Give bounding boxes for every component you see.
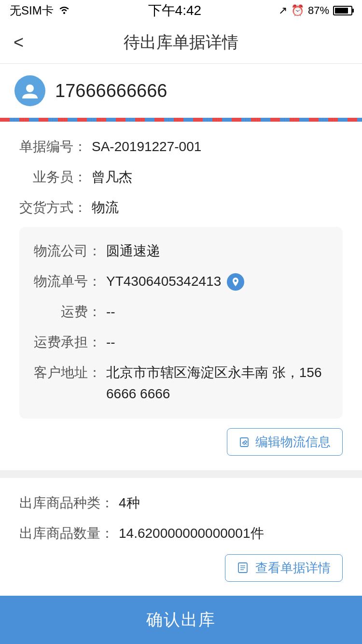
battery-icon [333, 6, 352, 15]
category-label: 出库商品种类： [19, 492, 114, 514]
salesman-row: 业务员： 曾凡杰 [19, 167, 343, 188]
edit-btn-row: 编辑物流信息 [19, 428, 343, 456]
stats-section: 出库商品种类： 4种 出库商品数量： 14.620000000000001件 查… [0, 478, 362, 596]
document-icon [237, 562, 251, 574]
wifi-icon [57, 4, 71, 17]
tracking-value: YT4306405342413 [101, 271, 328, 293]
status-left: 无SIM卡 [10, 3, 71, 18]
svg-point-0 [63, 12, 65, 14]
address-value: 北京市市辖区海淀区永丰南 张，156 6666 6666 [101, 362, 328, 406]
category-value: 4种 [114, 492, 343, 514]
category-row: 出库商品种类： 4种 [19, 492, 343, 514]
quantity-label: 出库商品数量： [19, 523, 114, 545]
salesman-value: 曾凡杰 [87, 167, 343, 188]
tracking-location-icon[interactable] [227, 273, 244, 291]
battery-percent: 87% [308, 4, 329, 17]
quantity-row: 出库商品数量： 14.620000000000001件 [19, 523, 343, 545]
address-row: 客户地址： 北京市市辖区海淀区永丰南 张，156 6666 6666 [34, 362, 328, 406]
basic-info-section: 单据编号： SA-20191227-001 业务员： 曾凡杰 交货方式： 物流 … [0, 122, 362, 470]
nav-bar: < 待出库单据详情 [0, 21, 362, 64]
freight-bearer-label: 运费承担： [34, 332, 101, 353]
edit-logistics-button[interactable]: 编辑物流信息 [227, 428, 343, 456]
tracking-label: 物流单号： [34, 271, 101, 293]
alarm-icon: ⏰ [291, 4, 304, 17]
status-bar: 无SIM卡 下午4:42 ↗ ⏰ 87% [0, 0, 362, 21]
view-detail-label: 查看单据详情 [255, 560, 331, 576]
edit-icon [239, 436, 251, 448]
edit-logistics-label: 编辑物流信息 [255, 434, 331, 450]
freight-value: -- [101, 301, 328, 323]
view-btn-row: 查看单据详情 [19, 554, 343, 582]
quantity-value: 14.620000000000001件 [114, 523, 343, 545]
user-card: 17666666666 [0, 64, 362, 118]
status-right: ↗ ⏰ 87% [278, 4, 352, 17]
doc-number-label: 单据编号： [19, 136, 87, 158]
confirm-button[interactable]: 确认出库 [0, 596, 362, 644]
svg-point-2 [235, 280, 237, 282]
salesman-label: 业务员： [19, 167, 87, 188]
carrier-text: 无SIM卡 [10, 3, 54, 18]
time-display: 下午4:42 [148, 1, 202, 20]
delivery-row: 交货方式： 物流 [19, 197, 343, 219]
delivery-label: 交货方式： [19, 197, 87, 219]
view-detail-button[interactable]: 查看单据详情 [225, 554, 343, 582]
page-title: 待出库单据详情 [124, 31, 238, 54]
doc-number-value: SA-20191227-001 [87, 136, 343, 158]
location-status-icon: ↗ [278, 4, 287, 17]
logistics-company-label: 物流公司： [34, 240, 101, 262]
doc-number-row: 单据编号： SA-20191227-001 [19, 136, 343, 158]
content: 17666666666 单据编号： SA-20191227-001 业务员： 曾… [0, 64, 362, 644]
logistics-card: 物流公司： 圆通速递 物流单号： YT4306405342413 运费： [19, 227, 343, 419]
freight-label: 运费： [34, 301, 101, 323]
logistics-company-row: 物流公司： 圆通速递 [34, 240, 328, 262]
confirm-label: 确认出库 [146, 609, 216, 631]
user-phone: 17666666666 [55, 81, 167, 101]
address-label: 客户地址： [34, 362, 101, 384]
logistics-company-value: 圆通速递 [101, 240, 328, 262]
tracking-row: 物流单号： YT4306405342413 [34, 271, 328, 293]
freight-bearer-value: -- [101, 332, 328, 353]
avatar [14, 75, 45, 106]
back-button[interactable]: < [14, 32, 24, 53]
freight-row: 运费： -- [34, 301, 328, 323]
delivery-value: 物流 [87, 197, 343, 219]
svg-point-1 [26, 84, 34, 92]
freight-bearer-row: 运费承担： -- [34, 332, 328, 353]
dashed-divider [0, 118, 362, 122]
